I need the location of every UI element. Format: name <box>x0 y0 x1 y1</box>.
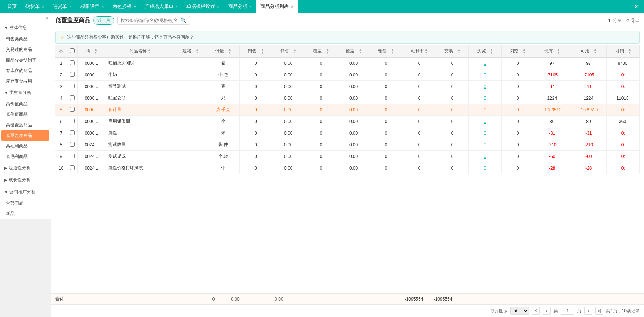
time-filter-tag[interactable]: 近一月 <box>93 16 114 25</box>
content-area: 低覆盖度商品 近一月 🔍 ⬆ 分享 ↻ 导出 ☆ 这些商品只有很少客户购买过，是… <box>51 13 644 317</box>
th-sale3[interactable]: 销售...▲▼ <box>370 45 402 58</box>
row-browse1[interactable]: 0 <box>469 116 501 127</box>
row-browse1[interactable]: 0 <box>469 69 501 81</box>
sidebar-item-all-goods[interactable]: 全部商品 <box>0 198 51 209</box>
th-usable[interactable]: 可用...▲▼ <box>570 45 607 58</box>
row-checkbox[interactable] <box>67 127 77 139</box>
th-cover1[interactable]: 覆盖...▲▼ <box>305 45 337 58</box>
row-checkbox[interactable] <box>67 58 77 69</box>
th-name[interactable]: 商品名称▲▼ <box>106 45 174 58</box>
sidebar-section-marketing[interactable]: ▼ 营销推广分析 <box>0 186 51 198</box>
prev-page-button[interactable]: < <box>543 307 551 315</box>
select-all-checkbox[interactable] <box>70 48 75 53</box>
row-gross: 0 <box>402 81 436 92</box>
row-sale-qty: 0 <box>240 58 272 69</box>
row-browse1[interactable]: 0 <box>469 92 501 104</box>
th-unit[interactable]: 计量...▲▼ <box>207 45 239 58</box>
nav-product-analysis-list[interactable]: 商品分析列表 × <box>256 0 298 13</box>
th-sale-amt[interactable]: 销售...▲▼ <box>272 45 305 58</box>
row-checkbox[interactable] <box>67 81 77 92</box>
row-sale-amt: 0.00 <box>272 127 305 139</box>
settings-icon[interactable]: ⚙ <box>59 49 63 54</box>
sidebar-section-wealth[interactable]: ▼ 类财富分析 <box>0 87 51 99</box>
row-name: 符号测试 <box>106 81 174 92</box>
last-page-button[interactable]: >| <box>595 307 603 315</box>
sidebar-item-new-goods[interactable]: 新品 <box>0 209 51 219</box>
row-checkbox[interactable] <box>67 92 77 104</box>
close-icon[interactable]: × <box>250 4 252 9</box>
row-browse1[interactable]: 0 <box>469 127 501 139</box>
chevron-icon: ▼ <box>4 26 8 30</box>
th-trade[interactable]: 交易...▲▼ <box>436 45 468 58</box>
row-browse1[interactable]: 0 <box>469 58 501 69</box>
sidebar-item-stock-fund[interactable]: 库存资金占用 <box>0 76 51 87</box>
nav-home[interactable]: 首页 <box>3 0 21 13</box>
close-icon[interactable]: × <box>217 4 219 9</box>
row-trade: 0 <box>436 151 468 162</box>
row-gross: 0 <box>402 69 436 81</box>
sidebar-item-stock-goods[interactable]: 有库存的商品 <box>0 66 51 76</box>
sidebar-section-flow[interactable]: ▶ 流通性分析 <box>0 162 51 174</box>
share-action[interactable]: ⬆ 分享 <box>608 17 621 24</box>
export-action[interactable]: ↻ 导出 <box>626 17 640 24</box>
pagination: 每页显示 10 20 50 100 K < 第 页 > >| 共1页，10条记录 <box>51 304 644 317</box>
sidebar-item-category-rate[interactable]: 商品分类动销率 <box>0 55 51 66</box>
sidebar-item-low-value[interactable]: 低价值商品 <box>0 109 51 120</box>
row-browse1[interactable]: 0 <box>469 104 501 116</box>
nav-sales[interactable]: 销货单 × <box>21 0 48 13</box>
sidebar-item-traded-goods[interactable]: 交易过的商品 <box>0 44 51 55</box>
row-browse1[interactable]: 0 <box>469 139 501 151</box>
row-browse2: 0 <box>501 69 534 81</box>
window-close-button[interactable]: ✕ <box>631 1 641 12</box>
page-size-select[interactable]: 10 20 50 100 <box>510 307 529 315</box>
sidebar-item-high-profit[interactable]: 高毛利商品 <box>0 141 51 151</box>
row-unit: 只 <box>207 92 239 104</box>
nav-permissions[interactable]: 权限设置 × <box>76 0 108 13</box>
next-page-button[interactable]: > <box>584 307 592 315</box>
row-checkbox[interactable] <box>67 139 77 151</box>
row-checkbox[interactable] <box>67 104 77 116</box>
row-browse1[interactable]: 0 <box>469 81 501 92</box>
th-gross[interactable]: 毛利率▲▼ <box>402 45 436 58</box>
row-cover2: 0.00 <box>337 58 370 69</box>
close-icon[interactable]: × <box>102 4 104 9</box>
sidebar-item-low-profit[interactable]: 低毛利商品 <box>0 151 51 162</box>
page-number-input[interactable] <box>561 307 574 315</box>
sidebar-section-growth[interactable]: ▶ 成长性分析 <box>0 174 51 186</box>
sidebar-item-sales-goods[interactable]: 销售类商品 <box>0 34 51 44</box>
th-browse1[interactable]: 浏览...▲▼ <box>469 45 501 58</box>
row-browse1[interactable]: 0 <box>469 162 501 174</box>
sidebar-item-low-coverage[interactable]: 低覆盖度商品 <box>1 130 49 141</box>
search-input[interactable] <box>121 18 179 23</box>
th-spec[interactable]: 规格...▲▼ <box>174 45 207 58</box>
th-browse2[interactable]: 浏览...▲▼ <box>501 45 534 58</box>
close-icon[interactable]: × <box>42 4 44 9</box>
row-checkbox[interactable] <box>67 116 77 127</box>
close-icon[interactable]: × <box>69 4 71 9</box>
nav-purchase[interactable]: 进货单 × <box>48 0 76 13</box>
search-icon[interactable]: 🔍 <box>180 17 186 23</box>
row-usable: -60 <box>570 151 607 162</box>
sidebar-item-high-value[interactable]: 高价值商品 <box>0 99 51 109</box>
sidebar-section-overview[interactable]: ▼ 整体信息 <box>0 22 51 34</box>
row-checkbox[interactable] <box>67 151 77 162</box>
sidebar-collapse-button[interactable]: « <box>46 15 48 20</box>
th-cover2[interactable]: 覆盖...▲▼ <box>337 45 370 58</box>
th-saleable[interactable]: 可销...▲▼ <box>607 45 640 58</box>
close-icon[interactable]: × <box>176 4 178 9</box>
nav-template-settings[interactable]: 单据模板设置 × <box>182 0 224 13</box>
nav-product-analysis[interactable]: 商品分析 × <box>224 0 256 13</box>
row-checkbox[interactable] <box>67 69 77 81</box>
th-sale-qty[interactable]: 销售...▲▼ <box>240 45 272 58</box>
nav-product-inbound[interactable]: 产成品入库单 × <box>141 0 182 13</box>
nav-role-auth[interactable]: 角色授权 × <box>108 0 140 13</box>
first-page-button[interactable]: K <box>532 307 540 315</box>
row-browse1[interactable]: 0 <box>469 151 501 162</box>
sidebar-item-high-coverage[interactable]: 高覆盖度商品 <box>0 120 51 130</box>
th-code[interactable]: 商...▲▼ <box>77 45 106 58</box>
close-icon[interactable]: × <box>291 4 293 9</box>
th-current[interactable]: 现有...▲▼ <box>534 45 570 58</box>
th-settings[interactable]: ⚙ <box>55 45 67 58</box>
close-icon[interactable]: × <box>134 4 136 9</box>
row-checkbox[interactable] <box>67 162 77 174</box>
